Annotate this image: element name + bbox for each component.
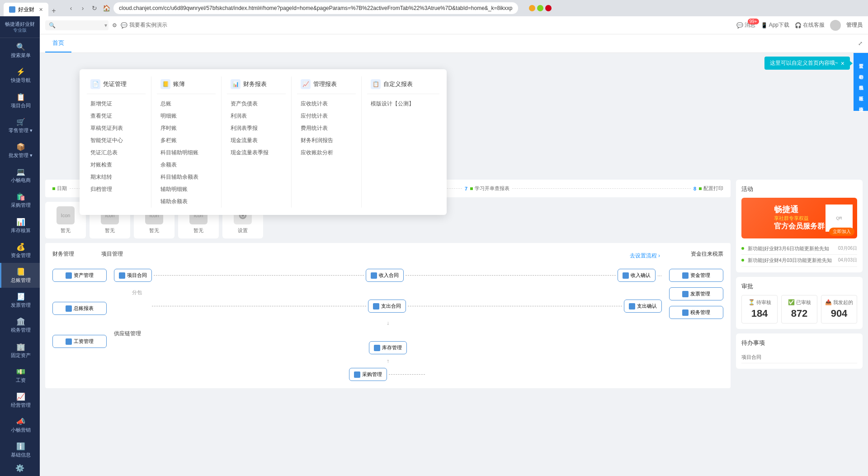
menu-item-cashflow-quarterly[interactable]: 现金流量表季报 bbox=[227, 147, 286, 159]
sidebar-label-search: 搜索菜单 bbox=[11, 52, 31, 58]
join-button[interactable]: 立即加入 bbox=[829, 228, 854, 236]
sidebar-settings-icon[interactable]: ⚙️ bbox=[15, 464, 24, 472]
menu-item-new-voucher[interactable]: 新增凭证 bbox=[87, 98, 146, 110]
menu-item-multi-column[interactable]: 多栏账 bbox=[157, 134, 216, 147]
flow-box-salary[interactable]: 工资管理 bbox=[52, 335, 107, 348]
menu-item-receivable-analysis[interactable]: 应收账款分析 bbox=[297, 147, 356, 159]
sidebar-item-inventory[interactable]: 📊 库存核算 bbox=[0, 213, 40, 238]
app-download-button[interactable]: 📱 App下载 bbox=[761, 21, 789, 29]
new-tab-button[interactable]: + bbox=[48, 5, 59, 16]
menu-item-balance-table[interactable]: 余额表 bbox=[157, 159, 216, 171]
menu-item-cashflow[interactable]: 现金流量表 bbox=[227, 134, 286, 147]
flow-box-expense-confirm[interactable]: 支出确认 bbox=[624, 300, 662, 313]
menu-item-voucher-summary[interactable]: 凭证汇总表 bbox=[87, 147, 146, 159]
menu-item-template-design[interactable]: 模版设计【公测】 bbox=[367, 98, 439, 110]
online-service-button[interactable]: 🎧 在线客服 bbox=[795, 21, 825, 29]
purchase-icon: 🛍️ bbox=[16, 192, 25, 201]
sidebar-item-wholesale[interactable]: 📦 批发管理 ▾ bbox=[0, 138, 40, 163]
menu-item-archive[interactable]: 归档管理 bbox=[87, 183, 146, 195]
sidebar-item-tax[interactable]: 🏛️ 税务管理 bbox=[0, 313, 40, 338]
right-sidebar-homepage[interactable]: 首页设置 bbox=[857, 57, 865, 64]
go-setup-link[interactable]: 去设置流程 › bbox=[626, 250, 664, 262]
todo-row-1[interactable]: 项目合同 bbox=[741, 352, 857, 363]
approval-item-pending[interactable]: ⏳ 待审核 184 bbox=[741, 295, 778, 324]
sidebar-item-shortcut[interactable]: ⚡ 快捷导航 bbox=[0, 63, 40, 88]
approval-item-sent[interactable]: 📤 我发起的 904 bbox=[821, 295, 857, 324]
search-input[interactable] bbox=[57, 22, 103, 29]
sidebar-label-purchase: 采购管理 bbox=[11, 202, 31, 208]
sidebar-item-assets[interactable]: 🏢 固定资产 bbox=[0, 338, 40, 363]
flow-box-general-report[interactable]: 总账报表 bbox=[52, 302, 107, 315]
menu-item-income-statement[interactable]: 利润表 bbox=[227, 110, 286, 122]
sidebar-item-ecommerce[interactable]: 💻 小畅电商 bbox=[0, 163, 40, 188]
flow-box-fund[interactable]: 资金管理 bbox=[669, 269, 723, 282]
menu-item-subject-detail[interactable]: 科目辅助明细账 bbox=[157, 147, 216, 159]
menu-section-mgmt-report: 📈 管理报表 应收统计表 应付统计表 费用统计表 财务利润报告 应收账款分析 bbox=[297, 76, 356, 208]
flow-box-project[interactable]: 项目合同 bbox=[114, 269, 152, 282]
active-tab[interactable]: 好业财 ✕ bbox=[4, 3, 48, 16]
sidebar-item-retail[interactable]: 🛒 零售管理 ▾ bbox=[0, 113, 40, 138]
flow-more-1[interactable]: ··· bbox=[657, 272, 662, 279]
minimize-button[interactable] bbox=[529, 5, 535, 11]
icon-placeholder-1: Icon bbox=[57, 206, 75, 224]
menu-item-income-quarterly[interactable]: 利润表季报 bbox=[227, 122, 286, 134]
menu-item-smart-voucher[interactable]: 智能凭证中心 bbox=[87, 134, 146, 147]
refresh-button[interactable]: ↻ bbox=[90, 4, 99, 13]
tab-expand-button[interactable]: ⤢ bbox=[853, 37, 868, 50]
menu-item-period-close[interactable]: 期末结转 bbox=[87, 171, 146, 183]
address-bar[interactable]: cloud.chanjet.com/cc/u6d89qwnryel/57bfsk… bbox=[113, 2, 518, 14]
tooltip-arrow bbox=[850, 61, 853, 66]
flow-box-tax[interactable]: 税务管理 bbox=[669, 306, 723, 319]
sidebar-item-salary[interactable]: 💵 工资 bbox=[0, 363, 40, 388]
sidebar-item-accounting[interactable]: 📒 总账管理 bbox=[0, 263, 40, 288]
back-button[interactable]: ‹ bbox=[66, 4, 75, 13]
menu-item-view-voucher[interactable]: 查看凭证 bbox=[87, 110, 146, 122]
right-sidebar-service[interactable]: 客服热线 bbox=[857, 78, 865, 86]
menu-item-aux-balance[interactable]: 辅助余额表 bbox=[157, 195, 216, 208]
tab-home[interactable]: 首页 bbox=[45, 34, 71, 52]
flow-box-inventory[interactable]: 库存管理 bbox=[369, 341, 407, 354]
sidebar-item-search[interactable]: 🔍 搜索菜单 bbox=[0, 38, 40, 63]
menu-item-reconcile[interactable]: 对账检查 bbox=[87, 159, 146, 171]
menu-item-expense-stat[interactable]: 费用统计表 bbox=[297, 122, 356, 134]
sidebar-item-invoice[interactable]: 🧾 发票管理 bbox=[0, 288, 40, 313]
maximize-button[interactable] bbox=[537, 5, 543, 11]
activity-banner[interactable]: 畅捷通 享社群专享权益 官方会员服务群 QR 立即加入 bbox=[741, 198, 857, 238]
sidebar-item-marketing[interactable]: 📣 小畅营销 bbox=[0, 413, 40, 438]
flow-box-invoice[interactable]: 发票管理 bbox=[669, 287, 723, 300]
sidebar-item-operation[interactable]: 📈 经营管理 bbox=[0, 388, 40, 413]
menu-item-profit-report[interactable]: 财务利润报告 bbox=[297, 134, 356, 147]
menu-item-draft-voucher[interactable]: 草稿凭证列表 bbox=[87, 122, 146, 134]
menu-item-payable-stat[interactable]: 应付统计表 bbox=[297, 110, 356, 122]
tooltip-close-button[interactable]: × bbox=[841, 60, 844, 67]
demo-button[interactable]: 💬 我要看实例演示 bbox=[121, 21, 167, 29]
flow-box-expense-contract[interactable]: 支出合同 bbox=[368, 300, 406, 313]
sidebar-item-basic[interactable]: ℹ️ 基础信息 bbox=[0, 438, 40, 460]
avatar[interactable] bbox=[830, 20, 841, 31]
menu-item-balance-sheet[interactable]: 资产负债表 bbox=[227, 98, 286, 110]
tab-close-button[interactable]: ✕ bbox=[39, 7, 43, 13]
forward-button[interactable]: › bbox=[78, 4, 87, 13]
menu-section-title-mgmt: 📈 管理报表 bbox=[297, 76, 356, 94]
menu-item-receivable-stat[interactable]: 应收统计表 bbox=[297, 98, 356, 110]
message-button[interactable]: 💬 消息 99+ bbox=[736, 21, 755, 29]
right-sidebar-community[interactable]: 服务社区 bbox=[857, 89, 865, 96]
flow-box-asset[interactable]: 资产管理 bbox=[52, 269, 107, 282]
approval-item-done[interactable]: ✅ 已审核 872 bbox=[781, 295, 817, 324]
home-button[interactable]: 🏠 bbox=[102, 4, 111, 13]
menu-item-detail-ledger[interactable]: 明细账 bbox=[157, 110, 216, 122]
sidebar-item-finance[interactable]: 💰 资金管理 bbox=[0, 238, 40, 263]
flow-box-purchase[interactable]: 采购管理 bbox=[349, 368, 387, 381]
settings-gear-icon[interactable]: ⚙ bbox=[112, 22, 117, 29]
menu-item-general-ledger[interactable]: 总账 bbox=[157, 98, 216, 110]
menu-item-subject-balance[interactable]: 科目辅助余额表 bbox=[157, 171, 216, 183]
flow-box-income-confirm[interactable]: 收入确认 bbox=[618, 269, 656, 282]
right-sidebar-desktop[interactable]: 桌面快捷 bbox=[857, 100, 865, 107]
sidebar-item-project[interactable]: 📋 项目合同 bbox=[0, 88, 40, 113]
close-button[interactable] bbox=[545, 5, 552, 11]
menu-item-aux-detail[interactable]: 辅助明细账 bbox=[157, 183, 216, 195]
flow-box-income-contract[interactable]: 收入合同 bbox=[366, 269, 404, 282]
right-sidebar-help[interactable]: 帮助中心 bbox=[857, 67, 865, 75]
menu-item-sequential[interactable]: 序时账 bbox=[157, 122, 216, 134]
sidebar-item-purchase[interactable]: 🛍️ 采购管理 bbox=[0, 188, 40, 213]
